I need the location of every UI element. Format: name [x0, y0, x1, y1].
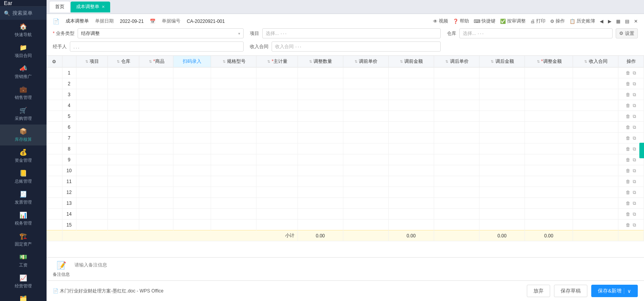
settings-button[interactable]: ⚙ 设置	[616, 28, 638, 38]
cell-adj-amount[interactable]	[525, 220, 573, 230]
cell-post-unit[interactable]	[434, 176, 479, 187]
col-post-amount[interactable]: ⇅ 调后金额	[479, 56, 525, 67]
cell-spec[interactable]	[211, 209, 256, 220]
cell-unit[interactable]	[256, 154, 298, 165]
cell-project[interactable]	[76, 220, 107, 230]
right-edge-indicator[interactable]	[639, 143, 644, 158]
cell-unit[interactable]	[256, 133, 298, 144]
cell-product[interactable]	[139, 144, 173, 154]
cell-pre-unit[interactable]	[343, 133, 388, 144]
col-post-unit-price[interactable]: ⇅ 调后单价	[434, 56, 479, 67]
cell-product[interactable]	[139, 165, 173, 176]
cell-pre-amount[interactable]	[388, 78, 434, 89]
cell-pre-unit[interactable]	[343, 78, 388, 89]
cell-post-amount[interactable]	[479, 78, 525, 89]
business-type-select[interactable]: 结存调整 ▾	[78, 28, 244, 38]
cell-scan[interactable]	[173, 176, 211, 187]
cell-scan[interactable]	[173, 154, 211, 165]
cell-unit[interactable]	[256, 122, 298, 133]
cell-adj-qty[interactable]	[298, 176, 343, 187]
cell-scan[interactable]	[173, 100, 211, 111]
cell-pre-amount[interactable]	[388, 165, 434, 176]
cell-adj-amount[interactable]	[525, 78, 573, 89]
cell-post-amount[interactable]	[479, 122, 525, 133]
cell-adj-amount[interactable]	[525, 111, 573, 122]
cell-scan[interactable]	[173, 198, 211, 209]
cell-pre-amount[interactable]	[388, 144, 434, 154]
handler-select[interactable]: ...	[70, 42, 244, 52]
cell-warehouse[interactable]	[107, 165, 139, 176]
cell-income-contract[interactable]	[573, 78, 618, 89]
tab-close-icon[interactable]: ✕	[102, 5, 105, 9]
cell-income-contract[interactable]	[573, 220, 618, 230]
cell-unit[interactable]	[256, 176, 298, 187]
cell-pre-unit[interactable]	[343, 111, 388, 122]
cell-product[interactable]	[139, 122, 173, 133]
sidebar-item-salary[interactable]: 💵 工资	[0, 250, 47, 271]
warehouse-select[interactable]: 选择... ···	[459, 28, 613, 38]
cell-spec[interactable]	[211, 122, 256, 133]
cell-adj-qty[interactable]	[298, 122, 343, 133]
tab-home[interactable]: 首页	[50, 2, 70, 12]
copy-icon[interactable]: ⧉	[633, 114, 636, 119]
cell-adj-qty[interactable]	[298, 111, 343, 122]
notes-input[interactable]	[74, 261, 638, 269]
cell-pre-amount[interactable]	[388, 176, 434, 187]
cell-adj-amount[interactable]	[525, 100, 573, 111]
cell-pre-unit[interactable]	[343, 220, 388, 230]
copy-icon[interactable]: ⧉	[633, 168, 636, 173]
cell-post-unit[interactable]	[434, 198, 479, 209]
cell-unit[interactable]	[256, 209, 298, 220]
cell-post-amount[interactable]	[479, 187, 525, 198]
cell-post-amount[interactable]	[479, 176, 525, 187]
cell-adj-qty[interactable]	[298, 165, 343, 176]
sidebar-item-purchase[interactable]: 🛒 采购管理	[0, 104, 47, 125]
cell-project[interactable]	[76, 165, 107, 176]
delete-icon[interactable]: 🗑	[626, 157, 630, 163]
cell-adj-amount[interactable]	[525, 187, 573, 198]
cell-pre-amount[interactable]	[388, 100, 434, 111]
delete-icon[interactable]: 🗑	[626, 168, 630, 173]
copy-icon[interactable]: ⧉	[633, 211, 636, 217]
cell-project[interactable]	[76, 100, 107, 111]
cell-post-unit[interactable]	[434, 187, 479, 198]
cell-scan[interactable]	[173, 67, 211, 78]
cell-warehouse[interactable]	[107, 220, 139, 230]
copy-icon[interactable]: ⧉	[633, 201, 636, 206]
cell-pre-amount[interactable]	[388, 111, 434, 122]
cell-adj-qty[interactable]	[298, 209, 343, 220]
copy-icon[interactable]: ⧉	[633, 125, 636, 130]
cell-scan[interactable]	[173, 144, 211, 154]
copy-icon[interactable]: ⧉	[633, 135, 636, 141]
sidebar-item-inventory[interactable]: 📦 库存核算	[0, 125, 47, 145]
cell-product[interactable]	[139, 198, 173, 209]
col-spec[interactable]: ⇅ 规格型号	[211, 56, 256, 67]
toolbar-history[interactable]: 📋 历史账簿	[570, 18, 595, 24]
delete-icon[interactable]: 🗑	[626, 70, 630, 76]
col-scan-input[interactable]: 扫码录入	[173, 56, 211, 67]
copy-icon[interactable]: ⧉	[633, 157, 636, 163]
cell-pre-amount[interactable]	[388, 122, 434, 133]
cell-pre-amount[interactable]	[388, 67, 434, 78]
cell-pre-unit[interactable]	[343, 154, 388, 165]
toolbar-view[interactable]: 👁 视频	[433, 18, 448, 24]
cell-income-contract[interactable]	[573, 176, 618, 187]
cell-adj-qty[interactable]	[298, 187, 343, 198]
cell-scan[interactable]	[173, 78, 211, 89]
cell-unit[interactable]	[256, 187, 298, 198]
save-new-arrow[interactable]: ∨	[624, 288, 631, 294]
toolbar-help[interactable]: ❓ 帮助	[453, 18, 469, 24]
toolbar-prev[interactable]: ◀	[600, 19, 603, 24]
cell-unit[interactable]	[256, 220, 298, 230]
cell-scan[interactable]	[173, 122, 211, 133]
sidebar-item-finance[interactable]: 💰 资金管理	[0, 145, 47, 166]
cell-project[interactable]	[76, 78, 107, 89]
delete-icon[interactable]: 🗑	[626, 201, 630, 206]
cell-warehouse[interactable]	[107, 187, 139, 198]
cell-adj-amount[interactable]	[525, 89, 573, 100]
cell-post-unit[interactable]	[434, 67, 479, 78]
delete-icon[interactable]: 🗑	[626, 125, 630, 130]
cell-warehouse[interactable]	[107, 176, 139, 187]
cell-product[interactable]	[139, 67, 173, 78]
cell-spec[interactable]	[211, 133, 256, 144]
